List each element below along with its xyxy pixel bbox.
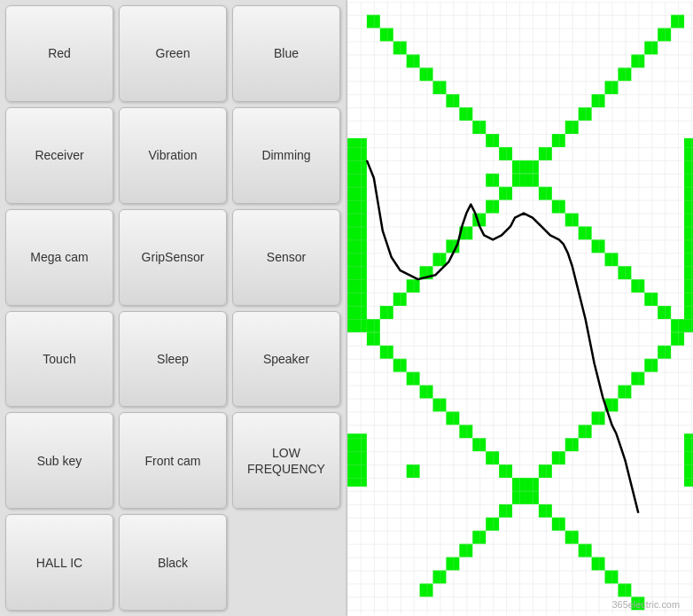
svg-rect-97 [347,2,693,614]
btn-front-cam[interactable]: Front cam [119,412,227,509]
btn-hall-ic[interactable]: HALL IC [5,514,113,611]
btn-blue[interactable]: Blue [232,5,340,102]
btn-dimming[interactable]: Dimming [232,107,340,204]
visualization-panel: 365electric.com [346,0,693,616]
btn-receiver[interactable]: Receiver [5,107,113,204]
btn-sleep[interactable]: Sleep [119,311,227,408]
btn-grip-sensor[interactable]: GripSensor [119,209,227,306]
btn-speaker[interactable]: Speaker [232,311,340,408]
svg-text:365electric.com: 365electric.com [611,599,680,610]
signal-chart: 365electric.com [347,0,693,616]
btn-green[interactable]: Green [119,5,227,102]
btn-sensor[interactable]: Sensor [232,209,340,306]
btn-touch[interactable]: Touch [5,311,113,408]
btn-low-frequency[interactable]: LOW FREQUENCY [232,412,340,509]
btn-mega-cam[interactable]: Mega cam [5,209,113,306]
empty-slot [232,514,340,611]
btn-vibration[interactable]: Vibration [119,107,227,204]
btn-sub-key[interactable]: Sub key [5,412,113,509]
btn-black[interactable]: Black [119,514,227,611]
button-grid: Red Green Blue Receiver Vibration Dimmin… [0,0,346,616]
btn-red[interactable]: Red [5,5,113,102]
